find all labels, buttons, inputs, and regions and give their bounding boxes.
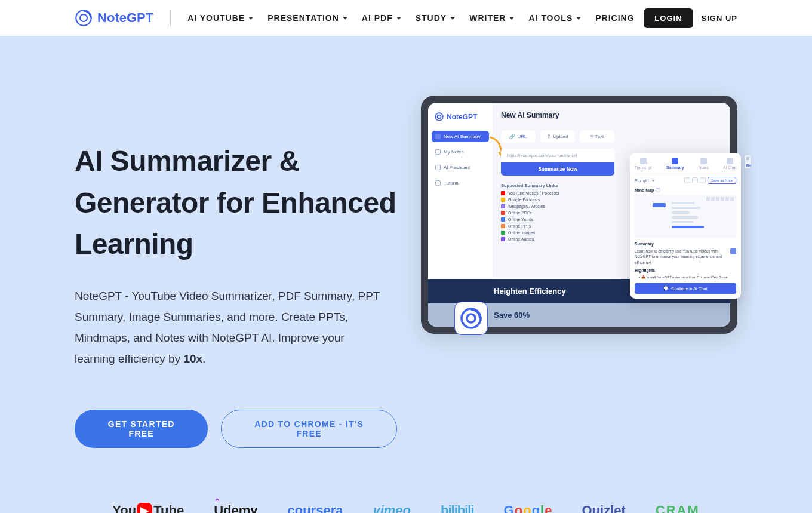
highlight-item: • 📥 Install NoteGPT extension from Chrom…: [639, 275, 736, 279]
pro-badge: Pro: [746, 164, 749, 167]
url-input[interactable]: https://example.com/your-online-url: [501, 149, 614, 162]
note-icon: [435, 149, 441, 155]
word-icon: [501, 217, 505, 222]
chevron-down-icon: [248, 17, 253, 20]
input-mode-tabs: 🔗URL ⇪Upload ≡Text: [501, 130, 614, 143]
chevron-down-icon: [509, 17, 514, 20]
refresh-icon[interactable]: [684, 177, 690, 183]
overlay-tab-transcript[interactable]: Transcript: [635, 158, 652, 170]
plus-circle-icon: [435, 134, 441, 139]
overlay-tab-chat[interactable]: AI Chat: [723, 158, 736, 170]
svg-point-5: [467, 314, 475, 322]
nav-ai-pdf[interactable]: AI PDF: [362, 13, 401, 23]
hero-subtitle: NoteGPT - YouTube Video Summarizer, PDF …: [75, 285, 385, 370]
logo-bilibili: bilibili: [441, 503, 474, 513]
youtube-icon: [501, 191, 505, 195]
podcast-icon: [501, 198, 505, 202]
brand-logo[interactable]: NoteGPT: [75, 9, 153, 27]
arrow-icon: [435, 180, 441, 186]
summary-icon: [672, 158, 678, 164]
brand-swirl-icon: [459, 306, 483, 330]
nav-ai-youtube[interactable]: AI YOUTUBE: [187, 13, 253, 23]
sidebar-item-flashcard[interactable]: AI Flashcard: [432, 162, 489, 173]
mindmap-heading: Mind Map: [635, 188, 736, 192]
signup-button[interactable]: SIGN UP: [702, 14, 737, 23]
logo-youtube: You▶.Tube: [112, 503, 184, 513]
chat-icon: [727, 158, 733, 164]
logo-google: Google: [504, 503, 552, 513]
overlay-tabs: Transcript Summary Notes AI Chat: [635, 158, 736, 173]
audio-icon: [501, 237, 505, 241]
app-brand: NoteGPT: [432, 110, 489, 127]
mindmap-toolbar: [706, 197, 734, 201]
chevron-down-icon: [576, 17, 581, 20]
logo-coursera: coursera: [288, 503, 343, 513]
tab-url[interactable]: 🔗URL: [501, 130, 536, 143]
ppt-icon: [501, 224, 505, 228]
auth-actions: LOGIN SIGN UP: [644, 8, 737, 28]
svg-point-1: [80, 14, 87, 21]
brand-swirl-icon: [75, 9, 93, 27]
summary-text: Learn how to efficiently use YouTube vid…: [635, 248, 736, 265]
hero-section: AI Summarizer & Generator for Enhanced L…: [0, 36, 812, 513]
hero-title: AI Summarizer & Generator for Enhanced L…: [75, 140, 397, 265]
brand-swirl-icon: [434, 112, 444, 122]
globe-icon: [501, 204, 505, 208]
transcript-icon: [640, 158, 647, 164]
text-icon: ≡: [590, 134, 593, 139]
chat-icon: 💬: [663, 286, 669, 291]
overlay-toolbar: Prompt1 Save as Note: [635, 177, 736, 184]
link-icon: 🔗: [509, 134, 515, 139]
login-button[interactable]: LOGIN: [644, 8, 693, 28]
partner-logos: You▶.Tube ⌃Udemy coursera vimeo bilibili…: [75, 503, 737, 513]
logo-udemy: ⌃Udemy: [214, 503, 257, 513]
hero-illustration: NoteGPT New AI Summary My Notes AI Flash…: [421, 96, 737, 334]
save-as-note-button[interactable]: Save as Note: [708, 177, 736, 184]
summarize-button[interactable]: Summarize Now: [501, 162, 614, 176]
app-preview-frame: NoteGPT New AI Summary My Notes AI Flash…: [421, 96, 737, 334]
nav-pricing[interactable]: PRICING: [595, 13, 634, 23]
expand-icon: [746, 157, 749, 160]
svg-point-2: [435, 113, 443, 121]
nav-writer[interactable]: WRITER: [469, 13, 514, 23]
highlights-section: Highlights • 📥 Install NoteGPT extension…: [635, 268, 736, 279]
hero-ctas: GET STARTED FREE ADD TO CHROME - IT'S FR…: [75, 410, 397, 448]
app-page-title: New AI Summary: [501, 111, 722, 119]
nav-ai-tools[interactable]: AI TOOLS: [528, 13, 581, 23]
continue-chat-button[interactable]: 💬Continue in AI Chat: [635, 283, 736, 294]
overlay-tab-notes[interactable]: Notes: [699, 158, 709, 170]
tab-upload[interactable]: ⇪Upload: [540, 130, 575, 143]
floating-brand-chip: [454, 302, 488, 335]
sidebar-item-my-notes[interactable]: My Notes: [432, 146, 489, 158]
get-started-button[interactable]: GET STARTED FREE: [75, 410, 208, 448]
nav-presentation[interactable]: PRESENTATION: [267, 13, 347, 23]
upload-icon: ⇪: [547, 134, 551, 139]
notes-icon: [700, 158, 707, 164]
share-icon[interactable]: [700, 177, 706, 183]
overlay-tab-summary[interactable]: Summary: [666, 158, 684, 170]
add-to-chrome-button[interactable]: ADD TO CHROME - IT'S FREE: [221, 410, 397, 448]
brand-name: NoteGPT: [97, 10, 153, 26]
header-divider: [170, 10, 171, 26]
site-header: NoteGPT AI YOUTUBE PRESENTATION AI PDF S…: [0, 0, 812, 36]
card-icon: [435, 165, 441, 170]
prompt-select[interactable]: Prompt1: [635, 179, 655, 183]
copy-icon[interactable]: [692, 177, 698, 183]
summary-heading: Summary: [635, 242, 736, 246]
main-nav: AI YOUTUBE PRESENTATION AI PDF STUDY WRI…: [187, 13, 644, 23]
chevron-down-icon: [450, 17, 455, 20]
logo-quizlet: Quizlet: [582, 503, 625, 513]
spinner-icon: [656, 188, 660, 192]
image-icon: [501, 231, 505, 235]
sidebar-item-tutorial[interactable]: Tutorial: [432, 177, 489, 189]
summary-chip-icon: [730, 248, 736, 254]
logo-cram: CRAM: [656, 503, 700, 513]
nav-study[interactable]: STUDY: [416, 13, 455, 23]
sidebar-item-new-summary[interactable]: New AI Summary: [432, 131, 489, 142]
panel-edge-controls: Pro: [745, 155, 751, 168]
svg-point-3: [438, 115, 441, 119]
logo-vimeo: vimeo: [373, 503, 411, 513]
chevron-down-icon: [396, 17, 401, 20]
highlights-heading: Highlights: [635, 268, 736, 272]
tab-text[interactable]: ≡Text: [580, 130, 614, 143]
